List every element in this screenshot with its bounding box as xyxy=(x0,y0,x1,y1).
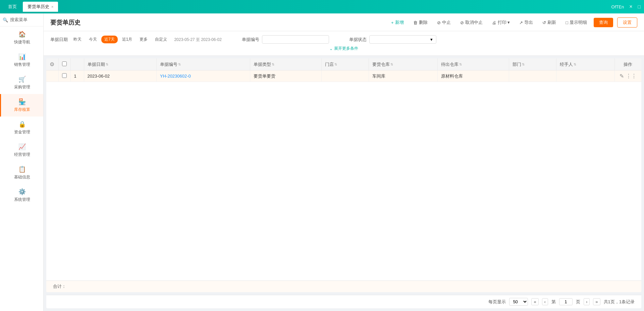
expand-more-btn[interactable]: ⌄ 展开更多条件 xyxy=(50,46,637,51)
delete-button[interactable]: 🗑 删除 xyxy=(411,18,430,27)
status-filter-group: 单据状态 ▾ xyxy=(349,35,436,44)
first-page-btn[interactable]: « xyxy=(531,298,538,305)
sidebar-item-quick-nav-label: 快捷导航 xyxy=(14,39,30,45)
window-maximize-btn[interactable]: □ xyxy=(638,4,641,9)
export-icon: ↗ xyxy=(519,20,523,25)
sort-icon-docno: ⇅ xyxy=(178,62,181,66)
col-reqwh-sort[interactable]: 要货仓库 ⇅ xyxy=(372,61,434,68)
row-checkbox[interactable] xyxy=(62,73,67,78)
col-pendingwh-sort[interactable]: 待出仓库 ⇅ xyxy=(441,61,505,68)
close-tab-icon[interactable]: × xyxy=(51,5,53,9)
col-handler-sort[interactable]: 经手人 ⇅ xyxy=(560,61,611,68)
query-label: 查询 xyxy=(599,19,608,26)
sidebar-item-purchase-label: 采购管理 xyxy=(14,84,30,90)
date-btn-more[interactable]: 更多 xyxy=(137,36,151,43)
col-reqwh-header: 要货仓库 ⇅ xyxy=(369,58,438,71)
table-scroll[interactable]: ⚙ 单据日期 ⇅ xyxy=(46,58,641,280)
refresh-icon: ↺ xyxy=(542,20,546,25)
print-label: 打印 ▾ xyxy=(498,19,510,26)
often-label: OfTEn xyxy=(611,4,624,9)
col-store-sort[interactable]: 门店 ⇅ xyxy=(325,61,365,68)
print-button[interactable]: 🖨 打印 ▾ xyxy=(489,18,513,27)
last-page-btn[interactable]: » xyxy=(593,298,600,305)
new-button[interactable]: + 新增 xyxy=(388,18,407,27)
cell-handler xyxy=(556,71,614,82)
column-settings-icon[interactable]: ⚙ xyxy=(50,61,54,67)
prev-page-btn[interactable]: ‹ xyxy=(542,298,548,305)
cell-doctype: 要货单要货 xyxy=(250,71,322,82)
date-btn-today[interactable]: 今天 xyxy=(86,36,100,43)
col-docno-sort[interactable]: 单据编号 ⇅ xyxy=(160,61,247,68)
stop-button[interactable]: ⊘ 中止 xyxy=(434,18,453,27)
next-page-btn[interactable]: › xyxy=(584,298,590,305)
new-label: 新增 xyxy=(395,19,404,26)
cancel-stop-icon: ⊘ xyxy=(460,20,464,25)
purchase-icon: 🛒 xyxy=(18,76,26,83)
sales-icon: 📊 xyxy=(18,53,26,60)
toolbar: + 新增 🗑 删除 ⊘ 中止 ⊘ 取消中止 🖨 打印 ▾ xyxy=(388,17,637,28)
date-btn-7days[interactable]: 近7天 xyxy=(101,36,118,43)
tab-requisition-history-label: 要货单历史 xyxy=(28,4,49,10)
edit-action-icon[interactable]: ✎ xyxy=(620,73,624,79)
page-input[interactable] xyxy=(559,298,573,305)
date-btn-1month[interactable]: 近1月 xyxy=(119,36,136,43)
show-detail-button[interactable]: □ 显示明细 xyxy=(563,18,590,27)
tab-home-label: 首页 xyxy=(8,4,17,10)
date-btn-custom[interactable]: 自定义 xyxy=(152,36,170,43)
date-btn-yesterday[interactable]: 昨天 xyxy=(70,36,85,43)
docno-link[interactable]: YH-20230602-0 xyxy=(160,74,191,79)
sidebar-item-quick-nav[interactable]: 🏠 快捷导航 xyxy=(0,27,43,49)
sort-icon-store: ⇅ xyxy=(334,62,337,66)
delete-icon: 🗑 xyxy=(413,20,418,25)
show-detail-icon: □ xyxy=(566,20,568,25)
system-icon: ⚙️ xyxy=(18,188,26,195)
tab-home[interactable]: 首页 xyxy=(3,2,21,12)
col-date-sort[interactable]: 单据日期 ⇅ xyxy=(88,61,153,68)
settings-label: 设置 xyxy=(623,19,632,26)
docno-input[interactable] xyxy=(262,35,329,44)
data-table: ⚙ 单据日期 ⇅ xyxy=(46,58,641,82)
col-settings-header: ⚙ xyxy=(46,58,58,71)
col-dept-sort[interactable]: 部门 ⇅ xyxy=(513,61,553,68)
page-title: 要货单历史 xyxy=(50,18,80,27)
col-doctype-sort[interactable]: 单据类型 ⇅ xyxy=(254,61,318,68)
inventory-icon: 🏪 xyxy=(18,98,26,105)
docno-filter-group: 单据编号 xyxy=(242,35,329,44)
content-area: 要货单历史 + 新增 🗑 删除 ⊘ 中止 ⊘ 取消中止 xyxy=(44,13,644,311)
more-action-icon[interactable]: ⋮⋮ xyxy=(626,73,637,79)
top-bar: 首页 要货单历史 × OfTEn × □ xyxy=(0,0,644,13)
refresh-button[interactable]: ↺ 刷新 xyxy=(540,18,559,27)
page-header: 要货单历史 + 新增 🗑 删除 ⊘ 中止 ⊘ 取消中止 xyxy=(44,13,644,31)
sidebar-item-operations[interactable]: 📈 经营管理 xyxy=(0,139,43,162)
cancel-stop-button[interactable]: ⊘ 取消中止 xyxy=(458,18,485,27)
sidebar-item-system[interactable]: ⚙️ 系统管理 xyxy=(0,184,43,207)
sidebar: 🔍 搜索菜单 🏠 快捷导航 📊 销售管理 🛒 采购管理 🏪 库存核算 🔒 资金管… xyxy=(0,13,44,311)
sort-icon-reqwh: ⇅ xyxy=(390,62,393,66)
sidebar-item-basic-info-label: 基础信息 xyxy=(14,174,30,180)
select-all-checkbox[interactable] xyxy=(62,61,67,66)
sidebar-search[interactable]: 🔍 搜索菜单 xyxy=(0,13,43,27)
sidebar-item-basic-info[interactable]: 📋 基础信息 xyxy=(0,162,43,184)
col-seq-header xyxy=(70,58,84,71)
window-close-btn[interactable]: × xyxy=(629,4,632,10)
sidebar-item-operations-label: 经营管理 xyxy=(14,152,30,158)
footer-label: 合计： xyxy=(53,283,66,290)
col-handler-header: 经手人 ⇅ xyxy=(556,58,614,71)
page-unit: 页 xyxy=(576,299,580,305)
sidebar-item-finance[interactable]: 🔒 资金管理 xyxy=(0,117,43,139)
per-page-select[interactable]: 50 100 200 xyxy=(509,298,528,306)
sidebar-item-system-label: 系统管理 xyxy=(14,197,30,203)
export-button[interactable]: ↗ 导出 xyxy=(517,18,536,27)
delete-label: 删除 xyxy=(419,19,428,26)
tab-requisition-history[interactable]: 要货单历史 × xyxy=(23,2,58,12)
sidebar-item-sales[interactable]: 📊 销售管理 xyxy=(0,49,43,72)
settings-button[interactable]: 设置 xyxy=(617,17,637,28)
status-select[interactable]: ▾ xyxy=(369,35,436,44)
sidebar-item-inventory[interactable]: 🏪 库存核算 xyxy=(0,94,43,117)
date-filter-label: 单据日期 xyxy=(50,37,68,43)
cancel-stop-label: 取消中止 xyxy=(465,19,483,26)
sidebar-item-purchase[interactable]: 🛒 采购管理 xyxy=(0,72,43,94)
query-button[interactable]: 查询 xyxy=(594,18,613,27)
cell-docno: YH-20230602-0 xyxy=(157,71,250,82)
sort-icon-date: ⇅ xyxy=(106,62,108,66)
